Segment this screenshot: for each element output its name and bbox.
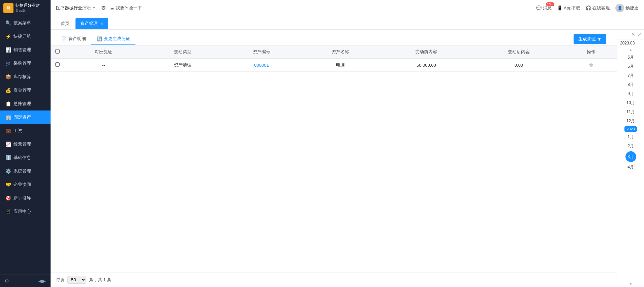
cloud-icon: ☁: [110, 5, 114, 10]
sidebar-item-system[interactable]: ⚙️ 系统管理: [0, 164, 51, 178]
row-checkbox-0[interactable]: [55, 62, 60, 67]
sidebar-item-label-tutorial: 新手引导: [13, 195, 31, 201]
message-icon: 💬: [536, 5, 542, 10]
th-asset-name: 资产名称: [301, 45, 380, 59]
sidebar-item-label-fund: 资金管理: [13, 87, 31, 93]
topbar-actions: 💬 消息 99+ 📱 App下载 🎧 在线客服 👤 畅捷通: [536, 4, 639, 12]
panel-close-icon[interactable]: ✕: [631, 32, 635, 37]
select-all-checkbox[interactable]: [55, 49, 60, 54]
sidebar-item-label-search: 搜索菜单: [13, 20, 31, 26]
month-item[interactable]: 6月: [617, 62, 644, 71]
sidebar-item-label-sales: 销售管理: [13, 47, 31, 53]
sidebar-item-app-center[interactable]: 📱 应用中心: [0, 205, 51, 218]
enterprise-icon: 🤝: [5, 182, 11, 187]
month-item[interactable]: 7月: [617, 71, 644, 80]
sidebar-item-sales[interactable]: 📊 销售管理: [0, 43, 51, 57]
search-icon: 🔍: [5, 20, 11, 26]
year-2023-badge[interactable]: 2023: [624, 126, 637, 132]
sidebar-item-label-basic-info: 基础信息: [13, 155, 31, 161]
user-menu[interactable]: 👤 畅捷通: [615, 4, 639, 12]
sub-tab-change-voucher-label: 变更生成凭证: [104, 36, 130, 42]
sidebar-item-ledger[interactable]: 📋 总账管理: [0, 97, 51, 110]
month-item[interactable]: 12月: [617, 117, 644, 126]
month-item[interactable]: 11月: [617, 107, 644, 117]
system-icon: ⚙️: [5, 168, 11, 174]
company-arrow-icon: ▼: [92, 6, 96, 10]
sub-tab-asset-detail-label: 资产明细: [68, 36, 86, 42]
cell-change-type: 资产清理: [143, 59, 222, 72]
sidebar-item-purchase[interactable]: 🛒 采购管理: [0, 57, 51, 70]
sidebar-item-label-fixed-asset: 固定资产: [13, 114, 31, 120]
online-support-label: 在线客服: [592, 5, 610, 11]
sub-tabs: 📄 资产明细 🔄 变更生成凭证 生成凭证 ▼: [51, 30, 617, 45]
payroll-icon: 💼: [5, 128, 11, 133]
tab-close-icon[interactable]: ✕: [100, 22, 103, 26]
month-item[interactable]: 5月: [617, 53, 644, 62]
sidebar-item-fixed-asset[interactable]: 🏢 固定资产: [0, 110, 51, 124]
sidebar-item-operation[interactable]: 📈 经营管理: [0, 137, 51, 151]
right-panel: ✕ ⤢ 2023.03 ▲ 5月6月7月8月9月10月11月12月20231月2…: [617, 30, 644, 287]
sidebar-item-basic-info[interactable]: ℹ️ 基础信息: [0, 151, 51, 164]
sidebar-item-payroll[interactable]: 💼 工资: [0, 124, 51, 137]
sidebar-item-label-quick-nav: 快捷导航: [13, 33, 31, 39]
month-item-2023[interactable]: 1月: [617, 132, 644, 141]
sidebar-item-enterprise[interactable]: 🤝 企业协同: [0, 178, 51, 191]
tab-asset-mgmt[interactable]: 资产管理 ✕: [75, 18, 108, 29]
main-content: 医疗器械行业演示 ▼ ⚙ ☁ 我要体验一下 💬 消息 99+ 📱 App下载 🎧…: [51, 0, 644, 287]
experience-btn[interactable]: ☁ 我要体验一下: [110, 5, 142, 11]
sidebar-item-inventory[interactable]: 📦 库存核算: [0, 70, 51, 84]
th-checkbox: [51, 45, 64, 59]
generate-voucher-btn[interactable]: 生成凭证 ▼: [574, 34, 606, 44]
ledger-icon: 📋: [5, 101, 11, 106]
basic-info-icon: ℹ️: [5, 155, 11, 160]
row-checkbox-cell: [51, 59, 64, 72]
th-voucher: 对应凭证: [64, 45, 143, 59]
month-item-2023[interactable]: 2月: [617, 141, 644, 151]
logo-icon: 财: [3, 3, 13, 13]
company-selector[interactable]: 医疗器械行业演示 ▼: [56, 5, 96, 11]
tab-asset-mgmt-label: 资产管理: [80, 21, 98, 26]
support-icon: 🎧: [586, 5, 591, 10]
fund-icon: 💰: [5, 88, 11, 93]
cell-after-change: 0.00: [472, 59, 565, 72]
tab-home-label: 首页: [61, 21, 69, 26]
inventory-icon: 📦: [5, 74, 11, 79]
generate-voucher-label: 生成凭证: [578, 36, 596, 42]
settings-icon[interactable]: ⚙: [5, 278, 9, 284]
per-page-select[interactable]: 50 10 20 100: [67, 276, 86, 284]
settings-gear-icon[interactable]: ⚙: [101, 5, 106, 11]
month-item-2023[interactable]: 3月: [625, 151, 636, 162]
th-operation: 操作: [565, 45, 617, 59]
nav-tabs: 首页 资产管理 ✕: [51, 16, 644, 30]
topbar: 医疗器械行业演示 ▼ ⚙ ☁ 我要体验一下 💬 消息 99+ 📱 App下载 🎧…: [51, 0, 644, 16]
app-download-btn[interactable]: 📱 App下载: [557, 5, 580, 11]
experience-label: 我要体验一下: [116, 5, 142, 11]
sidebar-item-quick-nav[interactable]: ⚡ 快捷导航: [0, 30, 51, 43]
month-list: 5月6月7月8月9月10月11月12月20231月2月3月4月: [617, 53, 644, 281]
quick-nav-icon: ⚡: [5, 34, 11, 39]
app-icon: 📱: [557, 5, 562, 10]
sidebar-item-search[interactable]: 🔍 搜索菜单: [0, 16, 51, 30]
table-header-row: 对应凭证 变动类型 资产编号 资产名称 变动前内容 变动后内容 操作: [51, 45, 617, 59]
month-item-2023[interactable]: 4月: [617, 163, 644, 172]
tab-home[interactable]: 首页: [56, 18, 74, 29]
sidebar-item-fund[interactable]: 💰 资金管理: [0, 84, 51, 97]
sidebar-nav: 🔍 搜索菜单 ⚡ 快捷导航 📊 销售管理 🛒 采购管理 📦 库存核算 💰 资金管…: [0, 16, 51, 275]
scroll-down-icon[interactable]: ▼: [617, 281, 644, 287]
scroll-up-icon[interactable]: ▲: [617, 47, 644, 53]
sidebar-item-tutorial[interactable]: 🎯 新手引导: [0, 191, 51, 205]
total-label: 条，共 1 条: [89, 277, 111, 283]
th-after-change: 变动后内容: [472, 45, 565, 59]
panel-expand-icon[interactable]: ⤢: [637, 32, 641, 37]
message-btn[interactable]: 💬 消息 99+: [536, 5, 552, 11]
delete-row-icon[interactable]: 🗑: [589, 62, 593, 68]
sub-tab-change-voucher[interactable]: 🔄 变更生成凭证: [91, 33, 135, 45]
collapse-icon[interactable]: ◀▶: [38, 278, 46, 284]
logo-text: 畅捷通好业财: [16, 3, 40, 8]
sub-tab-asset-detail[interactable]: 📄 资产明细: [56, 33, 91, 45]
online-support-btn[interactable]: 🎧 在线客服: [586, 5, 610, 11]
month-item[interactable]: 8月: [617, 80, 644, 89]
month-item[interactable]: 10月: [617, 98, 644, 107]
month-item[interactable]: 9月: [617, 89, 644, 98]
content-area: 📄 资产明细 🔄 变更生成凭证 生成凭证 ▼: [51, 30, 617, 287]
